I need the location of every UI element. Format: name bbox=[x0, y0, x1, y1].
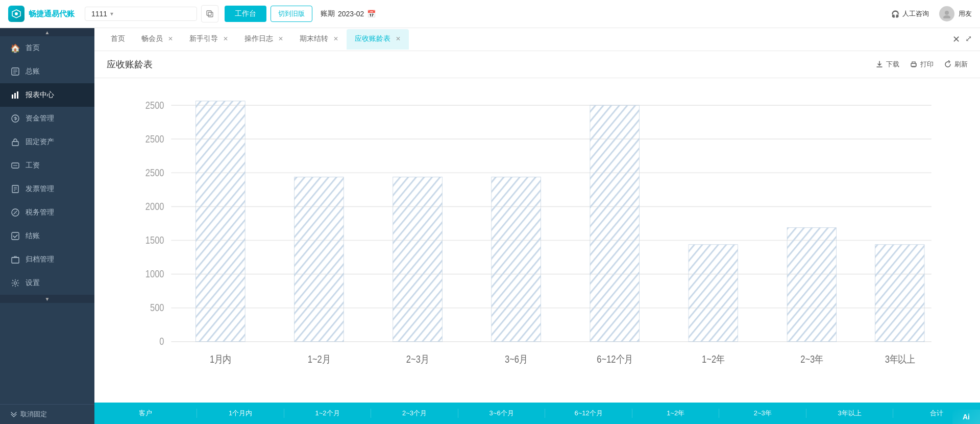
user-area[interactable]: 用友 bbox=[939, 6, 972, 21]
page-header: 应收账龄表 下载 打印 刷新 bbox=[94, 51, 980, 78]
svg-text:1500: 1500 bbox=[145, 234, 164, 246]
sidebar-item-reports-label: 报表中心 bbox=[26, 90, 54, 100]
sidebar-item-ledger-label: 总账 bbox=[26, 67, 40, 76]
sidebar-item-invoice[interactable]: 发票管理 bbox=[0, 177, 94, 201]
sidebar-scroll-down[interactable]: ▼ bbox=[0, 295, 94, 303]
svg-rect-47 bbox=[393, 177, 443, 342]
headset-icon: 🎧 bbox=[891, 10, 899, 18]
ai-label: Ai bbox=[963, 413, 970, 421]
reports-icon bbox=[10, 90, 20, 100]
page-content: 应收账龄表 下载 打印 刷新 bbox=[94, 51, 980, 424]
sidebar-item-settings-label: 设置 bbox=[26, 278, 40, 288]
tab-home[interactable]: 首页 bbox=[103, 29, 133, 50]
sidebar-item-tax[interactable]: 税务管理 bbox=[0, 201, 94, 224]
col-1-2year: 1~2年 bbox=[632, 409, 720, 418]
tab-period[interactable]: 期末结转 ✕ bbox=[291, 29, 347, 50]
svg-rect-13 bbox=[12, 142, 18, 146]
consultant-button[interactable]: 🎧 人工咨询 bbox=[891, 9, 929, 18]
tab-aging-label: 应收账龄表 bbox=[355, 34, 390, 43]
download-button[interactable]: 下载 bbox=[875, 60, 899, 69]
col-2-3month: 2~3个月 bbox=[371, 409, 458, 418]
svg-rect-45 bbox=[295, 177, 344, 342]
svg-text:2~3年: 2~3年 bbox=[800, 354, 823, 365]
svg-text:6~12个月: 6~12个月 bbox=[597, 354, 632, 365]
consultant-label: 人工咨询 bbox=[902, 9, 929, 18]
sidebar-item-archive[interactable]: 归档管理 bbox=[0, 248, 94, 271]
sidebar-item-funds-label: 资金管理 bbox=[26, 114, 54, 123]
svg-text:0: 0 bbox=[159, 336, 164, 347]
tab-guide-close[interactable]: ✕ bbox=[223, 35, 228, 42]
svg-point-23 bbox=[14, 282, 17, 285]
refresh-button[interactable]: 刷新 bbox=[944, 60, 968, 69]
svg-point-4 bbox=[943, 15, 950, 18]
tab-period-label: 期末结转 bbox=[300, 34, 328, 43]
svg-text:500: 500 bbox=[150, 302, 164, 314]
page-title: 应收账龄表 bbox=[107, 58, 153, 70]
tab-log-close[interactable]: ✕ bbox=[278, 35, 283, 42]
sidebar-item-assets[interactable]: 固定资产 bbox=[0, 130, 94, 154]
sidebar-item-salary[interactable]: 工资 bbox=[0, 154, 94, 177]
tab-membership[interactable]: 畅会员 ✕ bbox=[133, 29, 181, 50]
svg-text:1000: 1000 bbox=[145, 268, 164, 280]
svg-point-3 bbox=[945, 11, 949, 15]
chart-svg: 2500 2500 2500 2000 1500 1000 500 0 bbox=[115, 88, 960, 392]
svg-text:3~6月: 3~6月 bbox=[505, 354, 527, 365]
download-label: 下载 bbox=[886, 60, 899, 69]
svg-text:1~2年: 1~2年 bbox=[702, 354, 724, 365]
tab-aging[interactable]: 应收账龄表 ✕ bbox=[347, 29, 409, 50]
sidebar-item-funds[interactable]: 资金管理 bbox=[0, 107, 94, 130]
tab-expand[interactable]: ⤢ bbox=[965, 35, 972, 44]
assets-icon bbox=[10, 137, 20, 147]
sidebar-item-settings[interactable]: 设置 bbox=[0, 271, 94, 295]
tab-log-label: 操作日志 bbox=[244, 34, 273, 43]
svg-text:2500: 2500 bbox=[145, 133, 164, 145]
sidebar-item-settlement[interactable]: 结账 bbox=[0, 224, 94, 248]
tab-period-close[interactable]: ✕ bbox=[333, 35, 338, 42]
tab-close-all[interactable]: ✕ bbox=[952, 35, 960, 44]
svg-rect-49 bbox=[492, 177, 541, 342]
refresh-label: 刷新 bbox=[954, 60, 968, 69]
tab-aging-close[interactable]: ✕ bbox=[396, 35, 401, 42]
settings-icon bbox=[10, 278, 20, 288]
sidebar: ▲ 🏠 首页 总账 报表中心 资金管理 bbox=[0, 28, 94, 424]
col-customer: 客户 bbox=[94, 409, 197, 418]
sidebar-item-ledger[interactable]: 总账 bbox=[0, 60, 94, 83]
calendar-icon[interactable]: 📅 bbox=[367, 10, 376, 18]
content-area: 首页 畅会员 ✕ 新手引导 ✕ 操作日志 ✕ 期末结转 ✕ bbox=[94, 28, 980, 424]
logo-icon bbox=[8, 6, 24, 22]
svg-text:3年以上: 3年以上 bbox=[885, 354, 915, 365]
sidebar-item-salary-label: 工资 bbox=[26, 161, 40, 170]
svg-point-25 bbox=[915, 64, 916, 65]
right-area: 🎧 人工咨询 用友 bbox=[891, 6, 972, 21]
tab-log[interactable]: 操作日志 ✕ bbox=[236, 29, 291, 50]
svg-text:1~2月: 1~2月 bbox=[308, 354, 330, 365]
company-name: 1111 bbox=[91, 10, 107, 18]
copy-button[interactable] bbox=[201, 5, 218, 22]
header-actions: 下载 打印 刷新 bbox=[875, 60, 968, 69]
home-icon: 🏠 bbox=[10, 43, 20, 53]
col-3plus-year: 3年以上 bbox=[806, 409, 894, 418]
old-version-button[interactable]: 切到旧版 bbox=[271, 6, 312, 22]
col-1month: 1个月内 bbox=[197, 409, 284, 418]
cancel-fixed-label: 取消固定 bbox=[20, 410, 47, 419]
cancel-fixed-button[interactable]: 取消固定 bbox=[0, 404, 94, 424]
top-bar: 畅捷通易代账 1111 ▾ 工作台 切到旧版 账期 2023-02 📅 🎧 人工… bbox=[0, 0, 980, 28]
period-area: 账期 2023-02 📅 bbox=[321, 9, 376, 18]
funds-icon bbox=[10, 113, 20, 124]
svg-rect-1 bbox=[208, 12, 213, 17]
sidebar-scroll-up[interactable]: ▲ bbox=[0, 28, 94, 36]
ai-badge[interactable]: Ai bbox=[952, 410, 980, 424]
sidebar-item-home[interactable]: 🏠 首页 bbox=[0, 36, 94, 60]
company-selector[interactable]: 1111 ▾ bbox=[85, 7, 197, 21]
svg-rect-21 bbox=[12, 232, 19, 240]
workbench-button[interactable]: 工作台 bbox=[225, 6, 266, 22]
tax-icon bbox=[10, 207, 20, 218]
period-value: 2023-02 bbox=[338, 10, 364, 18]
tab-membership-close[interactable]: ✕ bbox=[168, 35, 173, 42]
salary-icon bbox=[10, 160, 20, 171]
sidebar-item-settlement-label: 结账 bbox=[26, 231, 40, 241]
sidebar-item-reports[interactable]: 报表中心 bbox=[0, 83, 94, 107]
tab-guide[interactable]: 新手引导 ✕ bbox=[181, 29, 236, 50]
col-6-12month: 6~12个月 bbox=[545, 409, 632, 418]
print-button[interactable]: 打印 bbox=[910, 60, 934, 69]
